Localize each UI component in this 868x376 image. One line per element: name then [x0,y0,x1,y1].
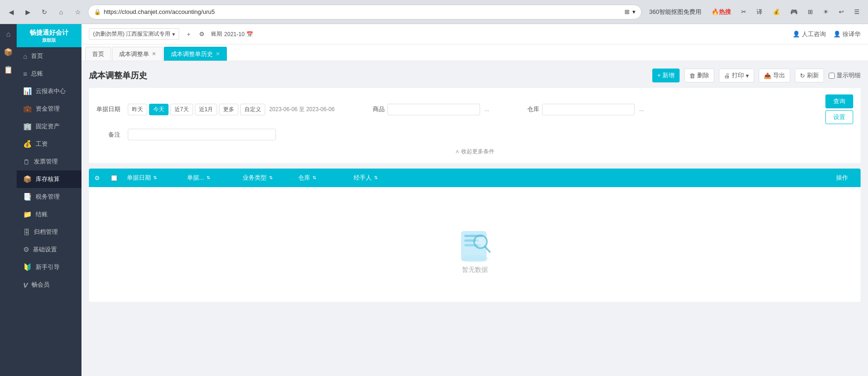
th-type[interactable]: 业务类型 ⇅ [238,169,293,187]
date-btn-yesterday[interactable]: 昨天 [128,104,147,115]
th-settings[interactable]: ⚙ [89,169,106,187]
company-selector[interactable]: (勿删勿禁用) 江西服宝测试专用 ▾ [89,28,179,40]
period-selector[interactable]: 账期 2021-10 📅 [211,30,253,38]
iconbar-item-3[interactable]: 📋 [0,61,17,78]
sidebar-item-guide[interactable]: 🔰 新手引导 [17,258,81,276]
sidebar-item-closing[interactable]: 📁 结账 [17,206,81,223]
select-all-checkbox[interactable] [111,175,117,181]
export-button[interactable]: 📤 导出 [759,69,790,82]
new-button[interactable]: + 新增 [652,69,680,82]
sidebar-item-home[interactable]: ⌂ 首页 [17,47,81,65]
sidebar-item-member[interactable]: V 畅会员 [17,276,81,294]
back-button[interactable]: ◀ [5,6,18,19]
tab-home[interactable]: 首页 [85,47,111,61]
search-tool[interactable]: 360智能抠图免费用 [645,6,705,18]
reports-icon: 📊 [23,87,32,95]
forward-button[interactable]: ▶ [21,6,34,19]
app-header: (勿删勿禁用) 江西服宝测试专用 ▾ ＋ ⚙ 账期 2021-10 📅 👤 人工… [81,24,868,44]
undo-tool[interactable]: ↩ [835,6,848,17]
tab-cost-adjust[interactable]: 成本调整单 ✕ [112,47,163,61]
user-profile-button[interactable]: 👤 徐译华 [833,30,861,38]
refresh-button[interactable]: ↻ [38,6,51,19]
print-button[interactable]: 🖨 打印 ▾ [719,69,754,82]
content-area: 成本调整单历史 + 新增 🗑 删除 🖨 打印 ▾ 📤 导出 [81,61,868,376]
refresh-icon: ↻ [800,72,805,79]
tab-close-cost-adjust[interactable]: ✕ [152,51,156,57]
refresh-button[interactable]: ↻ 刷新 [795,69,824,82]
sidebar-item-settings[interactable]: ⚙ 基础设置 [17,241,81,258]
star-button[interactable]: ☆ [71,6,84,19]
date-btn-7days[interactable]: 近7天 [170,104,193,115]
sidebar-item-ledger[interactable]: ≡ 总账 [17,65,81,82]
main-content: (勿删勿禁用) 江西服宝测试专用 ▾ ＋ ⚙ 账期 2021-10 📅 👤 人工… [81,24,868,376]
th-number[interactable]: 单据... ⇅ [182,169,238,187]
filter-row-1: 单据日期 昨天 今天 近7天 近1月 更多 自定义 2023-06-06 至 2… [96,94,853,124]
th-checkbox[interactable] [106,169,122,187]
sidebar-item-salary[interactable]: 💰 工资 [17,135,81,153]
sidebar-item-invoice[interactable]: 🗒 发票管理 [17,153,81,170]
goods-more-btn[interactable]: ... [485,106,489,113]
sidebar-item-fixed-assets[interactable]: 🏢 固定资产 [17,118,81,135]
add-company-button[interactable]: ＋ [185,30,193,38]
home-button[interactable]: ⌂ [55,6,68,19]
game-tool[interactable]: 🎮 [787,6,801,17]
scissors-tool[interactable]: ✂ [737,6,750,17]
brightness-tool[interactable]: ☀ [819,6,832,17]
th-date-label: 单据日期 [127,174,151,182]
menu-tool[interactable]: ☰ [850,6,863,17]
sidebar-item-archive[interactable]: 🗄 归档管理 [17,223,81,241]
dropdown-icon: ▾ [632,8,636,15]
date-btn-1month[interactable]: 近1月 [195,104,218,115]
grid-tool[interactable]: ⊞ [804,6,817,17]
goods-input[interactable] [387,104,480,115]
show-detail-checkbox[interactable] [829,73,835,79]
finance-icon: 💼 [23,105,32,113]
sidebar-item-finance[interactable]: 💼 资金管理 [17,100,81,118]
consultation-button[interactable]: 👤 人工咨询 [793,30,826,38]
warehouse-filter-label: 仓库 [515,105,539,113]
delete-icon: 🗑 [689,72,695,79]
company-name: (勿删勿禁用) 江西服宝测试专用 [93,30,170,38]
date-btn-custom[interactable]: 自定义 [240,104,265,115]
sidebar-item-reports[interactable]: 📊 云报表中心 [17,82,81,100]
company-settings-button[interactable]: ⚙ [198,31,206,38]
collapse-bar[interactable]: ∧ 收起更多条件 [96,145,853,157]
column-settings-icon: ⚙ [94,175,100,182]
sidebar: 畅捷通好会计 旗舰版 ⌂ 首页 ≡ 总账 📊 云报表中心 💼 资金管理 🏢 固定… [17,24,81,376]
iconbar-item-2[interactable]: 📦 [0,44,17,60]
tab-close-history[interactable]: ✕ [216,51,220,57]
sidebar-item-tax[interactable]: 📑 税务管理 [17,188,81,206]
closing-icon: 📁 [23,210,32,219]
page-tabs: 首页 成本调整单 ✕ 成本调整单历史 ✕ [81,44,868,61]
period-value: 2021-10 [224,31,244,38]
sidebar-item-inventory[interactable]: 📦 库存核算 [17,170,81,188]
hot-search[interactable]: 🔥热搜 [708,6,735,18]
th-number-label: 单据... [187,174,204,182]
query-button[interactable]: 查询 [825,94,853,108]
goods-filter-label: 商品 [361,105,385,113]
tab-cost-adjust-history[interactable]: 成本调整单历史 ✕ [164,47,227,61]
page-title: 成本调整单历史 [89,70,147,81]
invoice-icon: 🗒 [23,158,30,166]
delete-button[interactable]: 🗑 删除 [684,69,714,82]
warehouse-more-btn[interactable]: ... [639,106,644,113]
address-bar[interactable]: 🔒 https://cloud.chanjet.com/accounting/u… [88,5,642,19]
toolbar-actions: + 新增 🗑 删除 🖨 打印 ▾ 📤 导出 ↻ [652,69,861,82]
th-date[interactable]: 单据日期 ⇅ [122,169,182,187]
remark-input[interactable] [128,129,276,140]
warehouse-input[interactable] [542,104,635,115]
table-header: ⚙ 单据日期 ⇅ 单据... ⇅ 业务类型 ⇅ [89,169,861,187]
date-btn-today[interactable]: 今天 [149,104,169,115]
date-btn-more[interactable]: 更多 [219,104,238,115]
inventory-icon: 📦 [23,175,32,183]
wallet-tool[interactable]: 💰 [769,6,784,17]
th-manager[interactable]: 经手人 ⇅ [349,169,824,187]
data-table: ⚙ 单据日期 ⇅ 单据... ⇅ 业务类型 ⇅ [89,169,861,302]
browser-toolbar-right: 360智能抠图免费用 🔥热搜 ✂ 译 💰 🎮 ⊞ ☀ ↩ ☰ [645,6,863,18]
translate-tool[interactable]: 译 [753,6,766,18]
filter-row-2: 备注 [96,129,853,140]
iconbar-item-1[interactable]: ⌂ [0,26,17,43]
export-icon: 📤 [764,72,771,79]
filter-settings-button[interactable]: 设置 [825,110,853,124]
th-warehouse[interactable]: 仓库 ⇅ [293,169,349,187]
